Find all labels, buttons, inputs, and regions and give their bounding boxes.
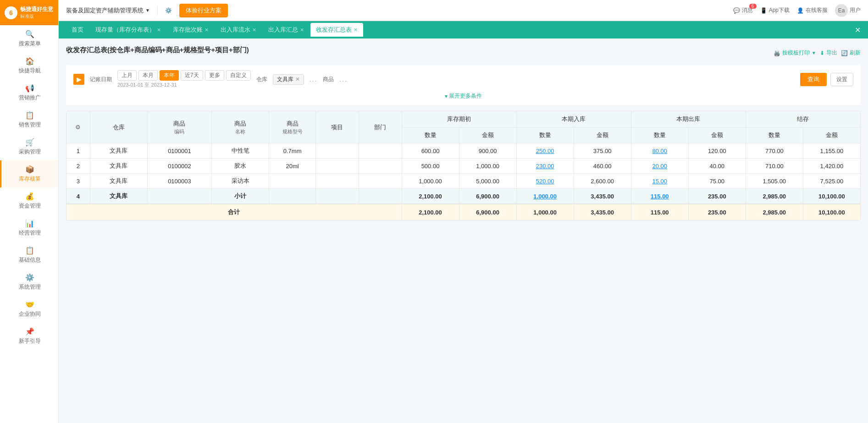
in-qty-link[interactable]: 230.00 — [536, 163, 554, 170]
export-icon: ⬇ — [820, 50, 824, 56]
in-qty-link[interactable]: 1,000.00 — [533, 193, 557, 200]
row-close-amt: 1,420.00 — [803, 159, 860, 174]
row-code: 0100001 — [147, 143, 212, 159]
out-qty-link[interactable]: 80.00 — [652, 148, 667, 154]
tab-summary-close[interactable]: ✕ — [300, 27, 304, 33]
date-btn-last-month[interactable]: 上月 — [117, 70, 137, 81]
table-footer-row: 合计 2,100.00 6,900.00 1,000.00 3,435.00 1… — [66, 204, 861, 220]
service-icon: 👤 — [797, 7, 804, 14]
settings-btn[interactable]: 设置 — [830, 73, 853, 86]
out-qty-link[interactable]: 20.00 — [652, 163, 667, 170]
table-settings-col[interactable]: ⚙ — [66, 111, 90, 143]
date-btn-7days[interactable]: 近7天 — [181, 70, 203, 81]
tab-inventory-dist-close[interactable]: ✕ — [157, 27, 161, 33]
row-out-qty[interactable]: 20.00 — [631, 159, 688, 174]
filter-expand-icon[interactable]: ▶ — [73, 74, 84, 85]
out-qty-link[interactable]: 15.00 — [652, 178, 667, 185]
refresh-btn[interactable]: 🔄 刷新 — [841, 49, 861, 57]
system-icon: ⚙️ — [25, 273, 34, 282]
col-closing-amt: 金额 — [803, 127, 860, 143]
row-in-qty[interactable]: 520.00 — [516, 174, 574, 189]
footer-open-qty: 2,100.00 — [402, 204, 459, 220]
tab-flow[interactable]: 出入库流水 ✕ — [215, 23, 262, 37]
tab-flow-label: 出入库流水 — [221, 26, 250, 34]
tab-batch-close[interactable]: ✕ — [205, 27, 209, 33]
sidebar-item-guide[interactable]: 📌 新手引导 — [0, 323, 58, 350]
sidebar-item-search[interactable]: 🔍 搜索菜单 — [0, 25, 58, 52]
app-download-label: App下载 — [769, 6, 790, 14]
tab-summary-label: 出入库汇总 — [268, 26, 298, 34]
date-btn-this-month[interactable]: 本月 — [138, 70, 158, 81]
filter-card: ▶ 记账日期 上月 本月 本年 近7天 更多 自定义 2023-01-01 至 … — [66, 65, 861, 105]
tab-inventory-dist[interactable]: 现存量（库存分布表） ✕ — [90, 23, 166, 37]
col-group-out: 本期出库 — [631, 111, 746, 127]
sidebar-item-marketing[interactable]: 📢 营销推广 — [0, 79, 58, 106]
tab-recv-summary[interactable]: 收发存汇总表 ✕ — [310, 23, 363, 37]
row-warehouse: 文具库 — [90, 174, 147, 189]
inventory-icon: 📦 — [25, 165, 34, 174]
messages-action[interactable]: 💬 消息 6 — [733, 6, 753, 14]
row-no: 4 — [66, 189, 90, 204]
avatar-text: Ea — [838, 7, 845, 14]
row-out-qty[interactable]: 115.00 — [631, 189, 688, 204]
query-btn[interactable]: 查询 — [800, 73, 827, 86]
date-btn-custom[interactable]: 自定义 — [226, 70, 251, 81]
user-action[interactable]: Ea 用户 — [835, 4, 861, 17]
in-qty-link[interactable]: 250.00 — [536, 148, 554, 154]
col-warehouse: 仓库 — [90, 111, 147, 143]
basic-icon: 📋 — [25, 246, 34, 255]
print-btn[interactable]: 🖨️ 按模板打印 ▼ — [774, 49, 816, 57]
row-in-qty[interactable]: 250.00 — [516, 143, 574, 159]
sidebar-item-quick-nav[interactable]: 🏠 快捷导航 — [0, 52, 58, 79]
guide-icon: 📌 — [25, 327, 34, 336]
date-btn-more[interactable]: 更多 — [205, 70, 224, 81]
online-service-action[interactable]: 👤 在线客服 — [797, 6, 828, 14]
row-in-qty[interactable]: 230.00 — [516, 159, 574, 174]
app-download-action[interactable]: 📱 App下载 — [760, 6, 790, 14]
in-qty-link[interactable]: 520.00 — [536, 178, 554, 185]
sidebar-item-sales[interactable]: 📋 销售管理 — [0, 106, 58, 133]
try-btn[interactable]: 体验行业方案 — [179, 4, 228, 17]
gear-settings[interactable]: ⚙️ — [165, 7, 172, 14]
row-open-amt: 6,900.00 — [459, 189, 516, 204]
col-name: 商品名称 — [212, 111, 269, 143]
warehouse-more[interactable]: ... — [310, 76, 318, 83]
table-row: 3 文具库 0100003 采访本 1,000.00 5,000.00 520.… — [66, 174, 861, 189]
tabs-close-all[interactable]: ✕ — [855, 26, 861, 34]
tab-summary[interactable]: 出入库汇总 ✕ — [263, 23, 310, 37]
sidebar-item-system[interactable]: ⚙️ 系统管理 — [0, 269, 58, 296]
filter-expand-btn[interactable]: ▾ 展开更多条件 — [445, 92, 482, 100]
warehouse-tag-close[interactable]: ✕ — [295, 76, 300, 82]
user-label: 用户 — [850, 6, 861, 14]
sidebar-logo: 6 畅捷通好生意 标准版 — [0, 0, 58, 25]
row-open-amt: 900.00 — [459, 143, 516, 159]
out-qty-link[interactable]: 115.00 — [651, 193, 669, 200]
sidebar-item-operation[interactable]: 📊 经营管理 — [0, 214, 58, 242]
tab-batch[interactable]: 库存批次账 ✕ — [167, 23, 214, 37]
sidebar-item-basic[interactable]: 📋 基础信息 — [0, 242, 58, 269]
sidebar-item-finance[interactable]: 💰 资金管理 — [0, 187, 58, 214]
export-btn[interactable]: ⬇ 导出 — [820, 49, 837, 57]
tab-recv-summary-close[interactable]: ✕ — [354, 27, 358, 33]
goods-more[interactable]: ... — [339, 76, 348, 83]
row-open-amt: 5,000.00 — [459, 174, 516, 189]
sidebar-item-purchase[interactable]: 🛒 采购管理 — [0, 133, 58, 160]
top-actions: 🖨️ 按模板打印 ▼ ⬇ 导出 🔄 刷新 — [774, 49, 861, 57]
row-in-qty[interactable]: 1,000.00 — [516, 189, 574, 204]
row-no: 1 — [66, 143, 90, 159]
warehouse-tag: 文具库 ✕ — [273, 74, 304, 85]
date-btn-this-year[interactable]: 本年 — [160, 70, 179, 81]
system-title-dropdown[interactable]: 装备及固定资产辅助管理系统 ▼ — [66, 6, 150, 15]
row-out-qty[interactable]: 15.00 — [631, 174, 688, 189]
sidebar-item-inventory[interactable]: 📦 库存核算 — [0, 160, 58, 187]
row-close-amt: 7,525.00 — [803, 174, 860, 189]
filter-expand-label: 展开更多条件 — [449, 92, 482, 100]
avatar: Ea — [835, 4, 848, 17]
tab-flow-close[interactable]: ✕ — [252, 27, 256, 33]
row-out-qty[interactable]: 80.00 — [631, 143, 688, 159]
tab-home[interactable]: 首页 — [66, 23, 89, 37]
row-in-amt: 3,435.00 — [574, 189, 631, 204]
sidebar-item-enterprise[interactable]: 🤝 企业协同 — [0, 296, 58, 323]
print-icon: 🖨️ — [774, 50, 780, 56]
expand-down-icon: ▾ — [445, 93, 448, 99]
